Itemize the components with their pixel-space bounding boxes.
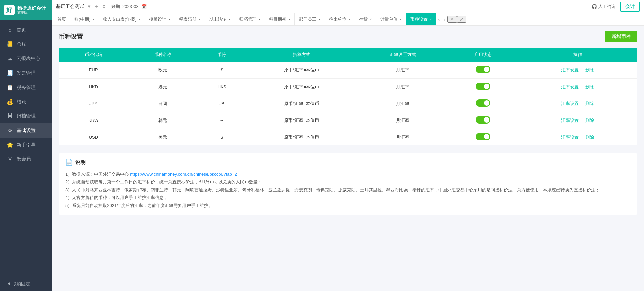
tab-close-template[interactable]: × bbox=[168, 17, 170, 21]
tab-home[interactable]: 首页 bbox=[53, 13, 70, 25]
tab-report[interactable]: 收入支出表(年报)× bbox=[99, 13, 145, 25]
toggle-4[interactable] bbox=[476, 133, 490, 140]
company-name: 基层工会测试 bbox=[56, 4, 84, 10]
sidebar-item-report[interactable]: ☁ 云报表中心 bbox=[0, 51, 52, 66]
tab-close-units[interactable]: × bbox=[400, 17, 402, 21]
rate-setting-btn-2[interactable]: 汇率设置 bbox=[561, 101, 579, 106]
cell-rate-type-1: 月汇率 bbox=[357, 79, 448, 95]
tab-close-tax[interactable]: × bbox=[199, 17, 201, 21]
note-item-4: 5）系统只能自动抓取2021年度后的汇率，之前年度汇率需要用户手工维护。 bbox=[65, 202, 631, 209]
sidebar-icon-checkout: 💰 bbox=[7, 99, 13, 105]
tab-units[interactable]: 计量单位× bbox=[376, 13, 406, 25]
account-button[interactable]: 会计 bbox=[620, 2, 640, 12]
add-tab-button[interactable]: ＋ bbox=[94, 3, 99, 10]
tab-close-currency[interactable]: × bbox=[430, 17, 432, 21]
headset-icon: 🎧 bbox=[592, 4, 597, 9]
delete-btn-0[interactable]: 删除 bbox=[585, 67, 594, 72]
sidebar-pin-toggle[interactable]: ◀ 取消固定 bbox=[0, 277, 52, 291]
delete-btn-1[interactable]: 删除 bbox=[585, 84, 594, 89]
tab-inventory[interactable]: 存货× bbox=[355, 13, 376, 25]
note-item-2: 3）人民币对马来西亚林吉特、俄罗斯卢布、南非兰特、韩元、阿联酋迪拉姆、沙特里亚尔… bbox=[65, 186, 631, 194]
tab-close-dept[interactable]: × bbox=[318, 17, 320, 21]
tab-close-report[interactable]: × bbox=[139, 17, 141, 21]
tab-contacts[interactable]: 往来单位× bbox=[325, 13, 355, 25]
tab-subjects[interactable]: 科目期初× bbox=[265, 13, 295, 25]
table-header: 币种代码 币种名称 币符 折算方式 汇率设置方式 启用状态 操作 bbox=[59, 48, 637, 62]
calendar-icon[interactable]: 📅 bbox=[141, 4, 147, 9]
app-name: 畅捷通好会计 bbox=[17, 5, 46, 11]
tab-close-all-button[interactable]: ✕ bbox=[447, 16, 457, 23]
tab-prev-button[interactable]: ‹ bbox=[436, 17, 442, 22]
rate-setting-btn-4[interactable]: 汇率设置 bbox=[561, 135, 579, 140]
sidebar-item-home[interactable]: ⌂ 首页 bbox=[0, 23, 52, 37]
sidebar-item-member[interactable]: V 畅会员 bbox=[0, 152, 52, 166]
cell-status-2[interactable] bbox=[448, 95, 518, 112]
cell-status-3[interactable] bbox=[448, 112, 518, 129]
settings-icon[interactable]: ⚙ bbox=[102, 4, 106, 9]
sidebar-item-ledger[interactable]: 📒 总账 bbox=[0, 37, 52, 51]
cell-action-4: 汇率设置 删除 bbox=[518, 129, 637, 146]
rate-setting-btn-1[interactable]: 汇率设置 bbox=[561, 84, 579, 89]
tab-close-inventory[interactable]: × bbox=[370, 17, 372, 21]
tab-next-button[interactable]: › bbox=[442, 17, 447, 22]
sidebar-item-tax[interactable]: 📋 税务管理 bbox=[0, 80, 52, 95]
sidebar-item-guide[interactable]: 🌟 新手引导 bbox=[0, 138, 52, 152]
app-logo: 好 畅捷通好会计 旗舰版 bbox=[0, 0, 52, 20]
cell-status-0[interactable] bbox=[448, 62, 518, 79]
sidebar-icon-settings: ⚙ bbox=[7, 127, 13, 134]
tab-label-period: 账(中期) bbox=[74, 16, 91, 22]
sidebar-item-settings[interactable]: ⚙ 基础设置 bbox=[0, 123, 52, 138]
tab-label-contacts: 往来单位 bbox=[329, 16, 346, 22]
tab-archive[interactable]: 归档管理× bbox=[235, 13, 265, 25]
tab-close-subjects[interactable]: × bbox=[288, 17, 290, 21]
tab-close-period-end[interactable]: × bbox=[228, 17, 230, 21]
rate-setting-btn-3[interactable]: 汇率设置 bbox=[561, 118, 579, 123]
tab-tax[interactable]: 税表清册× bbox=[175, 13, 205, 25]
note-link[interactable]: https://www.chinamoney.com.cn/chinese/bk… bbox=[130, 172, 237, 177]
new-currency-button[interactable]: 新增币种 bbox=[605, 31, 637, 42]
app-version: 旗舰版 bbox=[17, 11, 46, 15]
tab-close-period[interactable]: × bbox=[93, 17, 95, 21]
toggle-0[interactable] bbox=[476, 66, 490, 73]
sidebar-label-checkout: 结账 bbox=[17, 99, 26, 105]
cell-status-4[interactable] bbox=[448, 129, 518, 146]
help-button[interactable]: 🎧 人工咨询 bbox=[592, 4, 616, 10]
tab-expand-button[interactable]: ⤢ bbox=[457, 16, 466, 23]
col-status: 启用状态 bbox=[448, 48, 518, 62]
cell-action-3: 汇率设置 删除 bbox=[518, 112, 637, 129]
sidebar-label-guide: 新手引导 bbox=[17, 142, 36, 148]
tab-close-contacts[interactable]: × bbox=[348, 17, 351, 21]
rate-setting-btn-0[interactable]: 汇率设置 bbox=[561, 67, 579, 72]
tab-label-currency: 币种设置 bbox=[410, 16, 428, 22]
delete-btn-3[interactable]: 删除 bbox=[585, 118, 594, 123]
tab-close-archive[interactable]: × bbox=[259, 17, 261, 21]
company-dropdown-icon[interactable]: ▼ bbox=[87, 4, 91, 9]
sidebar-label-archive: 归档管理 bbox=[17, 113, 36, 119]
tab-period[interactable]: 账(中期)× bbox=[70, 13, 99, 25]
tab-template[interactable]: 模版设计× bbox=[145, 13, 175, 25]
toggle-1[interactable] bbox=[476, 83, 490, 90]
sidebar-label-invoice: 发票管理 bbox=[17, 70, 36, 76]
sidebar-label-report: 云报表中心 bbox=[17, 56, 40, 62]
tab-currency[interactable]: 币种设置× bbox=[406, 13, 436, 25]
toggle-2[interactable] bbox=[476, 99, 490, 107]
sidebar-item-checkout[interactable]: 💰 结账 bbox=[0, 95, 52, 109]
table-row-0: EUR 欧元 € 原币*汇率=本位币 月汇率 汇率设置 删除 bbox=[59, 62, 637, 79]
tab-label-inventory: 存货 bbox=[359, 16, 368, 22]
cell-rate-type-3: 月汇率 bbox=[357, 112, 448, 129]
delete-btn-4[interactable]: 删除 bbox=[585, 135, 594, 140]
cell-code-1: HKD bbox=[59, 79, 128, 95]
tab-dept[interactable]: 部门员工× bbox=[295, 13, 325, 25]
tab-period-end[interactable]: 期末结转× bbox=[205, 13, 235, 25]
sidebar-item-invoice[interactable]: 🧾 发票管理 bbox=[0, 66, 52, 80]
sidebar-item-archive[interactable]: 🗄 归档管理 bbox=[0, 109, 52, 123]
main-area: 基层工会测试 ▼ ＋ ⚙ 账期 2023-03 📅 🎧 人工咨询 会计 首页账(… bbox=[52, 0, 644, 291]
cell-action-2: 汇率设置 删除 bbox=[518, 95, 637, 112]
delete-btn-2[interactable]: 删除 bbox=[585, 101, 594, 106]
cell-status-1[interactable] bbox=[448, 79, 518, 95]
sidebar-icon-home: ⌂ bbox=[7, 27, 13, 33]
sidebar-icon-archive: 🗄 bbox=[7, 113, 13, 119]
page-content: 币种设置 新增币种 币种代码 币种名称 币符 折算方式 汇率设置方式 启用状态 … bbox=[52, 26, 644, 291]
toggle-3[interactable] bbox=[476, 116, 490, 124]
col-calc: 折算方式 bbox=[246, 48, 357, 62]
